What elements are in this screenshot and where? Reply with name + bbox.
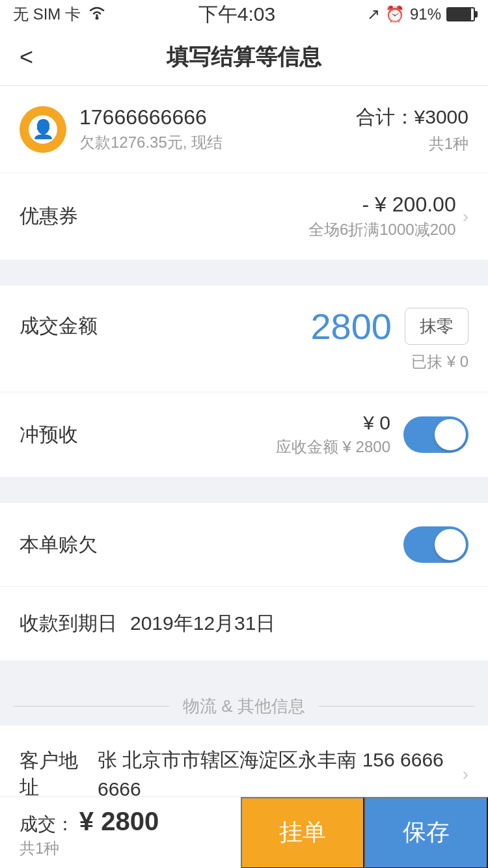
divider-text: 物流 & 其他信息 (183, 695, 305, 718)
footer-info: 成交： ¥ 2800 共1种 (0, 807, 241, 859)
svg-point-0 (96, 17, 99, 20)
amount-right: 2800 抹零 (310, 305, 468, 347)
section-separator-1 (0, 273, 488, 286)
amount-sub: 已抹 ¥ 0 (20, 351, 468, 372)
status-bar: 无 SIM 卡 下午4:03 ↗ ⏰ 91% (0, 0, 488, 29)
avatar: 👤 (20, 106, 66, 153)
address-value: 张 北京市市辖区海淀区永丰南 156 6666 6666 (98, 745, 456, 804)
save-button[interactable]: 保存 (364, 797, 488, 869)
prepay-values: ¥ 0 应收金额 ¥ 2800 (276, 412, 390, 457)
battery-icon (446, 7, 475, 21)
amount-label: 成交金额 (20, 313, 98, 340)
customer-card: 👤 17666666666 欠款1276.35元, 现结 合计：¥3000 共1… (0, 86, 488, 260)
customer-total: 合计：¥3000 共1种 (356, 104, 468, 154)
duedate-label: 收款到期日 (20, 610, 117, 637)
customer-row: 👤 17666666666 欠款1276.35元, 现结 合计：¥3000 共1… (0, 86, 488, 172)
toggle-knob (435, 419, 466, 450)
prepay-section: 冲预收 ¥ 0 应收金额 ¥ 2800 (0, 392, 488, 477)
prepay-sub: 应收金额 ¥ 2800 (276, 437, 390, 457)
total-amount: 合计：¥3000 (356, 104, 468, 131)
duedate-row: 收款到期日 2019年12月31日 (20, 610, 468, 637)
coupon-discount: - ¥ 200.00 (308, 193, 456, 217)
prepay-toggle[interactable] (403, 416, 468, 453)
debit-section: 本单赊欠 (0, 503, 488, 586)
footer-deal-label: 成交： (20, 814, 74, 834)
customer-info: 17666666666 欠款1276.35元, 现结 (79, 105, 356, 153)
coupon-right-block: - ¥ 200.00 全场6折满1000减200 (308, 193, 456, 240)
alarm-icon: ⏰ (385, 5, 405, 23)
prepay-right: ¥ 0 应收金额 ¥ 2800 (276, 412, 468, 457)
battery-percent: 91% (410, 5, 441, 23)
footer: 成交： ¥ 2800 共1种 挂单 保存 (0, 796, 488, 868)
debit-card: 本单赊欠 收款到期日 2019年12月31日 (0, 503, 488, 660)
no-sim-text: 无 SIM 卡 (13, 4, 81, 25)
status-right: ↗ ⏰ 91% (367, 5, 475, 23)
coupon-desc: 全场6折满1000减200 (308, 219, 456, 240)
location-icon: ↗ (367, 5, 380, 23)
footer-deal: 成交： ¥ 2800 (20, 807, 241, 837)
customer-sub: 欠款1276.35元, 现结 (79, 132, 356, 153)
duedate-value: 2019年12月31日 (130, 610, 275, 637)
debit-label: 本单赊欠 (20, 532, 98, 558)
page-title: 填写结算等信息 (167, 42, 321, 72)
prepay-label: 冲预收 (20, 422, 78, 448)
person-icon: 👤 (32, 118, 55, 140)
footer-deal-amount: ¥ 2800 (79, 807, 159, 835)
section-separator-3 (0, 673, 488, 686)
debit-toggle-knob (435, 529, 466, 560)
amount-section: 成交金额 2800 抹零 已抹 ¥ 0 (0, 286, 488, 392)
prepay-amount: ¥ 0 (276, 412, 390, 434)
pending-button[interactable]: 挂单 (241, 797, 364, 869)
amount-card: 成交金额 2800 抹零 已抹 ¥ 0 冲预收 ¥ 0 应收金额 ¥ 2800 (0, 286, 488, 477)
coupon-chevron-icon: › (463, 206, 468, 227)
divider-line-right (318, 706, 475, 707)
prepay-row: 冲预收 ¥ 0 应收金额 ¥ 2800 (20, 412, 468, 457)
amount-row: 成交金额 2800 抹零 (20, 305, 468, 347)
duedate-section: 收款到期日 2019年12月31日 (0, 586, 488, 660)
status-left: 无 SIM 卡 (13, 4, 107, 25)
section-separator-2 (0, 490, 488, 503)
address-label: 客户地址 (20, 748, 78, 801)
coupon-row[interactable]: 优惠券 - ¥ 200.00 全场6折满1000减200 › (0, 172, 488, 260)
coupon-label: 优惠券 (20, 203, 308, 230)
avatar-icon: 👤 (29, 115, 57, 144)
address-chevron-icon: › (463, 764, 468, 785)
debit-row: 本单赊欠 (20, 526, 468, 563)
wifi-icon (87, 5, 107, 23)
debit-toggle[interactable] (403, 526, 468, 563)
address-row[interactable]: 客户地址 张 北京市市辖区海淀区永丰南 156 6666 6666 › (20, 745, 468, 804)
customer-phone: 17666666666 (79, 105, 356, 129)
back-button[interactable]: < (20, 44, 33, 71)
round-button[interactable]: 抹零 (405, 308, 468, 345)
main-content: 👤 17666666666 欠款1276.35元, 现结 合计：¥3000 共1… (0, 86, 488, 868)
logistics-divider: 物流 & 其他信息 (0, 686, 488, 726)
total-type: 共1种 (356, 133, 468, 154)
status-time: 下午4:03 (198, 1, 275, 28)
nav-bar: < 填写结算等信息 (0, 29, 488, 86)
footer-count: 共1种 (20, 838, 241, 859)
amount-value: 2800 (310, 305, 392, 347)
divider-line-left (13, 706, 170, 707)
